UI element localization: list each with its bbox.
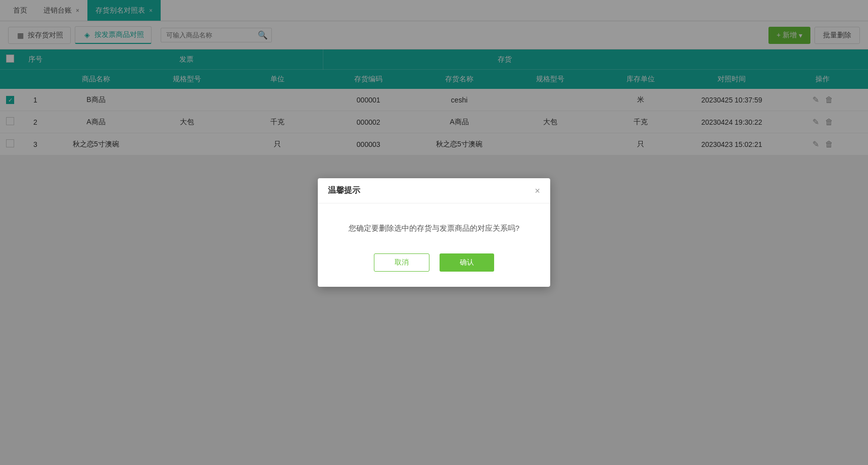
modal-overlay: 温馨提示 × 您确定要删除选中的存货与发票商品的对应关系吗? 取消 确认 [0, 0, 868, 156]
